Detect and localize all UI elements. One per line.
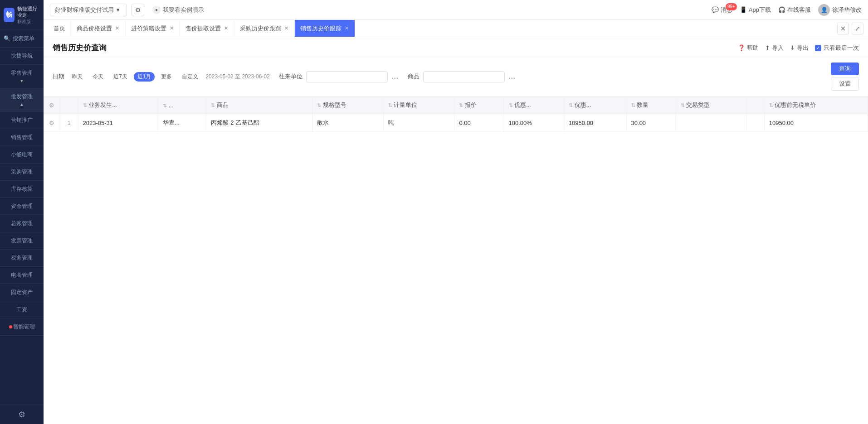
tab-purchase-history[interactable]: 采购历史价跟踪 ✕ [234, 20, 295, 37]
only-last-checkbox[interactable]: ✓ 只看最后一次 [815, 44, 859, 52]
sidebar-item-ecommerce-small[interactable]: 小畅电商 [0, 146, 44, 164]
sidebar-item-capital[interactable]: 资金管理 [0, 198, 44, 215]
tab-home[interactable]: 首页 [48, 20, 71, 37]
cell-gear[interactable]: ⚙ [44, 114, 60, 132]
logo-text: 畅捷通好业财 标准版 [17, 5, 40, 24]
topbar-settings-button[interactable]: ⚙ [132, 4, 144, 16]
cell-spec: 散水 [312, 114, 383, 132]
col-header-discount2[interactable]: ⇅ 优惠... [564, 96, 626, 114]
sidebar-item-fixed-assets[interactable]: 固定资产 [0, 284, 44, 301]
sidebar-item-marketing[interactable]: 营销推广 [0, 112, 44, 129]
sidebar-item-sales[interactable]: 销售管理 [0, 129, 44, 146]
sidebar-item-smart[interactable]: 智能管理 [0, 318, 44, 336]
col-header-product[interactable]: ⇅ 商品 [206, 96, 312, 114]
page-title: 销售历史价查询 [53, 43, 107, 53]
date-btn-7days[interactable]: 近7天 [110, 72, 131, 82]
tab-close-purchase-history[interactable]: ✕ [284, 25, 289, 32]
tab-strategy[interactable]: 进价策略设置 ✕ [126, 20, 180, 37]
cell-discount2: 10950.00 [564, 114, 626, 132]
cell-spacer [747, 114, 764, 132]
tab-price[interactable]: 商品价格设置 ✕ [71, 20, 126, 37]
tab-close-strategy[interactable]: ✕ [169, 25, 174, 32]
headset-icon: 🎧 [778, 6, 785, 13]
col-header-pretax-price[interactable]: ⇅ 优惠前无税单价 [764, 96, 868, 114]
sidebar-logo: 畅 畅捷通好业财 标准版 [0, 0, 44, 30]
col-header-biz-date[interactable]: ⇅ 业务发生... [78, 96, 158, 114]
col-header-discount1[interactable]: ⇅ 优惠... [504, 96, 564, 114]
import-action[interactable]: ⬆ 导入 [765, 44, 784, 52]
tab-close-extract[interactable]: ✕ [224, 25, 229, 32]
sidebar: 畅 畅捷通好业财 标准版 🔍 搜索菜单 快捷导航 零售管理 ▼ 批发管理 ▲ 营… [0, 0, 44, 424]
export-action[interactable]: ⬇ 导出 [790, 44, 809, 52]
date-btn-1month[interactable]: 近1月 [134, 72, 155, 82]
col-header-price[interactable]: ⇅ 报价 [454, 96, 504, 114]
page-actions: ❓ 帮助 ⬆ 导入 ⬇ 导出 ✓ 只看最后一次 [738, 44, 859, 52]
sidebar-item-purchase[interactable]: 采购管理 [0, 164, 44, 181]
cell-product: 丙烯酸-2-乙基己酯 [206, 114, 312, 132]
logo-icon: 畅 [4, 8, 15, 22]
date-btn-custom[interactable]: 自定义 [178, 72, 202, 82]
close-tab-ctrl[interactable]: ✕ [837, 23, 849, 34]
from-unit-dots[interactable]: … [391, 72, 399, 81]
col-header-tx-type[interactable]: ⇅ 交易类型 [676, 96, 747, 114]
settings-button[interactable]: 设置 [831, 77, 859, 91]
sidebar-item-quicknav[interactable]: 快捷导航 [0, 48, 44, 65]
sidebar-item-ec-mgmt[interactable]: 电商管理 [0, 267, 44, 284]
sidebar-item-retail[interactable]: 零售管理 ▼ [0, 65, 44, 88]
from-unit-search-group: 往来单位 … [279, 71, 399, 82]
import-icon: ⬆ [765, 44, 770, 51]
col-header-spec[interactable]: ⇅ 规格型号 [312, 96, 383, 114]
col-header-col3[interactable]: ⇅ ... [158, 96, 206, 114]
cell-quantity: 30.00 [626, 114, 676, 132]
message-badge: 99+ [726, 3, 737, 10]
message-button[interactable]: 💬 消息 99+ [712, 6, 732, 14]
expand-tab-ctrl[interactable]: ⤢ [852, 23, 863, 34]
sidebar-item-ledger[interactable]: 总账管理 [0, 215, 44, 232]
date-btn-today[interactable]: 今天 [89, 72, 107, 82]
from-unit-label: 往来单位 [279, 72, 302, 81]
col-header-quantity[interactable]: ⇅ 数量 [626, 96, 676, 114]
demo-icon: ● [152, 6, 161, 14]
date-search-group: 日期 昨天 今天 近7天 近1月 更多 自定义 2023-05-02 至 202… [53, 72, 270, 82]
date-filter: 昨天 今天 近7天 近1月 更多 自定义 [68, 72, 202, 82]
results-table: ⚙ ⇅ 业务发生... ⇅ ... ⇅ 商品 [44, 96, 868, 132]
user-menu[interactable]: 👤 徐泽华修改 [818, 4, 862, 16]
sort-icon-2: ⇅ [163, 103, 167, 108]
help-action[interactable]: ❓ 帮助 [738, 44, 759, 52]
dot-indicator [9, 325, 12, 328]
sidebar-settings-button[interactable]: ⚙ [0, 405, 44, 424]
date-btn-more[interactable]: 更多 [157, 72, 176, 82]
sidebar-item-inventory[interactable]: 库存核算 [0, 181, 44, 198]
online-service-button[interactable]: 🎧 在线客服 [778, 6, 811, 14]
sort-icon-11: ⇅ [769, 102, 773, 108]
cell-pretax-price: 10950.00 [764, 114, 868, 132]
tab-close-price[interactable]: ✕ [115, 25, 120, 32]
col-header-gear[interactable]: ⚙ [44, 96, 60, 114]
version-dropdown[interactable]: 好业财标准版交付试用 ▾ [50, 4, 127, 16]
cell-price: 0.00 [454, 114, 504, 132]
product-input[interactable] [423, 71, 505, 82]
sidebar-item-invoice[interactable]: 发票管理 [0, 232, 44, 250]
avatar: 👤 [818, 4, 830, 16]
tab-extract[interactable]: 售价提取设置 ✕ [180, 20, 234, 37]
app-download-button[interactable]: 📱 App下载 [740, 6, 771, 14]
sidebar-item-payroll[interactable]: 工资 [0, 301, 44, 318]
demo-button[interactable]: ● 我要看实例演示 [152, 6, 204, 14]
from-unit-input[interactable] [306, 71, 388, 82]
export-icon: ⬇ [790, 44, 795, 51]
product-dots[interactable]: … [508, 72, 516, 81]
sidebar-search[interactable]: 🔍 搜索菜单 [0, 30, 44, 48]
col-header-unit[interactable]: ⇅ 计量单位 [383, 96, 454, 114]
date-btn-yesterday[interactable]: 昨天 [68, 72, 86, 82]
chevron-down-icon: ▼ [20, 78, 24, 83]
sidebar-item-wholesale[interactable]: 批发管理 ▲ [0, 88, 44, 112]
query-button[interactable]: 查询 [831, 63, 859, 75]
sort-icon-6: ⇅ [459, 102, 463, 108]
sort-icon-8: ⇅ [569, 102, 573, 108]
chevron-down-icon: ▾ [117, 6, 120, 13]
tab-sales-history[interactable]: 销售历史价跟踪 ✕ [295, 20, 355, 37]
checkbox-checked-icon: ✓ [815, 45, 821, 51]
sidebar-item-tax[interactable]: 税务管理 [0, 250, 44, 267]
tab-close-sales-history[interactable]: ✕ [344, 25, 349, 32]
main-area: 好业财标准版交付试用 ▾ ⚙ ● 我要看实例演示 💬 消息 99+ 📱 App下… [44, 0, 868, 424]
